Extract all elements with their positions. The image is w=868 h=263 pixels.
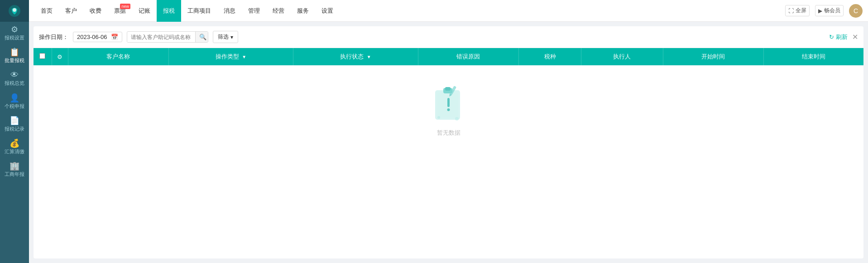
sidebar-label-huisuanjiaona: 汇算清缴 (5, 149, 24, 155)
topnav-item-baoshui[interactable]: 报税 (157, 0, 181, 22)
search-button[interactable]: 🔍 (195, 32, 208, 42)
nav-items: 首页客户收费票据new记账报税工商项目消息管理经营服务设置 (34, 0, 785, 22)
th-zhixingren-label: 执行人 (613, 53, 631, 60)
th-jieshushijian-label: 结束时间 (802, 53, 825, 60)
svg-point-11 (455, 117, 459, 121)
th-zhixingstatus[interactable]: 执行状态 ▼ (293, 48, 418, 65)
table-header-row: ⚙ 客户名称 操作类型 ▼ 执行状态 ▼ (34, 48, 863, 65)
svg-rect-5 (445, 87, 451, 91)
empty-icon (431, 83, 467, 124)
sidebar-icon-baoshuishezhi: ⚙ (11, 25, 18, 34)
topnav-item-fuwu[interactable]: 服务 (291, 0, 315, 22)
topnav-item-shoufei[interactable]: 收费 (83, 0, 108, 22)
refresh-label: 刷新 (836, 33, 848, 41)
sidebar-icon-piliangshuishui: 📋 (10, 48, 19, 56)
topnav-label-kehu: 客户 (65, 7, 77, 15)
sidebar-icon-gongshangnianba: 🏢 (10, 162, 19, 170)
sidebar-icon-huisuanjiaona: 💰 (10, 139, 19, 147)
date-value: 2023-06-06 (77, 34, 107, 40)
sidebar-item-baoshuijilu[interactable]: 📄 报税记录 (0, 113, 29, 136)
fullscreen-label: 全屏 (796, 7, 806, 15)
th-kaishishijian: 开始时间 (663, 48, 763, 65)
sidebar-item-geshuishenbao[interactable]: 👤 个税申报 (0, 90, 29, 113)
top-nav: 首页客户收费票据new记账报税工商项目消息管理经营服务设置 ⛶ 全屏 ▶ 畅会员… (29, 0, 868, 22)
th-checkbox[interactable] (34, 48, 52, 65)
topnav-label-jingying: 经营 (273, 7, 284, 15)
sidebar-icon-geshuishenbao: 👤 (10, 94, 19, 102)
empty-text: 暂无数据 (437, 129, 460, 137)
member-button[interactable]: ▶ 畅会员 (815, 5, 844, 16)
th-caozuoleixing[interactable]: 操作类型 ▼ (168, 48, 293, 65)
nav-right: ⛶ 全屏 ▶ 畅会员 C (785, 4, 863, 18)
topnav-item-gongshangxiangmu[interactable]: 工商项目 (181, 0, 217, 22)
sidebar-item-piliangshuishui[interactable]: 📋 批量报税 (0, 44, 29, 67)
th-kehumingcheng: 客户名称 (68, 48, 168, 65)
th-cuowuyuanyin-label: 错误原因 (456, 53, 480, 60)
avatar-text: C (854, 7, 858, 15)
fullscreen-icon: ⛶ (788, 8, 794, 14)
page-content: 操作日期： 2023-06-06 📅 🔍 筛选 ▾ ↻ (29, 22, 868, 263)
member-label: 畅会员 (824, 7, 840, 15)
topnav-label-shezhi: 设置 (321, 7, 333, 15)
gear-icon: ⚙ (57, 54, 62, 60)
sidebar-label-baoshuijilu: 报税记录 (5, 126, 24, 132)
th-zhixingstatus-label: 执行状态 (340, 53, 364, 60)
topnav-label-baoshui: 报税 (163, 7, 175, 15)
fullscreen-button[interactable]: ⛶ 全屏 (785, 5, 810, 16)
sidebar-item-baoshuizonglan[interactable]: 👁 报税总览 (0, 67, 29, 90)
topnav-label-guanli: 管理 (248, 7, 260, 15)
date-label: 操作日期： (39, 33, 68, 41)
toolbar-right: ↻ 刷新 ✕ (829, 33, 858, 41)
sidebar-label-baoshuizonglan: 报税总览 (5, 80, 24, 86)
search-input[interactable] (127, 32, 195, 42)
topnav-item-guanli[interactable]: 管理 (242, 0, 266, 22)
badge-piaojv: new (120, 4, 130, 10)
th-zhixingren: 执行人 (581, 48, 663, 65)
sort-zhixingstatus-icon: ▼ (367, 54, 371, 59)
date-picker[interactable]: 2023-06-06 📅 (73, 32, 122, 42)
avatar[interactable]: C (849, 4, 863, 18)
sidebar-label-baoshuishezhi: 报税设置 (5, 35, 24, 41)
th-kehumingcheng-label: 客户名称 (106, 53, 130, 60)
toolbar: 操作日期： 2023-06-06 📅 🔍 筛选 ▾ ↻ (34, 26, 863, 48)
th-caozuoleixing-label: 操作类型 (216, 53, 239, 60)
sidebar-item-baoshuishezhi[interactable]: ⚙ 报税设置 (0, 22, 29, 44)
topnav-item-shezhi[interactable]: 设置 (315, 0, 340, 22)
filter-button[interactable]: 筛选 ▾ (213, 31, 238, 43)
sidebar: ⚙ 报税设置 📋 批量报税 👁 报税总览 👤 个税申报 📄 报税记录 💰 汇算清… (0, 0, 29, 263)
svg-rect-6 (447, 98, 450, 107)
th-shuizhong-label: 税种 (544, 53, 556, 60)
close-button[interactable]: ✕ (852, 34, 858, 41)
select-all-checkbox[interactable] (39, 53, 45, 59)
topnav-label-home: 首页 (41, 7, 53, 15)
th-jieshushijian: 结束时间 (763, 48, 863, 65)
video-icon: ▶ (818, 8, 822, 14)
refresh-button[interactable]: ↻ 刷新 (829, 33, 848, 41)
sidebar-label-gongshangnianba: 工商年报 (5, 171, 24, 177)
th-gear[interactable]: ⚙ (52, 48, 68, 65)
chevron-down-icon: ▾ (230, 34, 233, 40)
topnav-item-jizhang[interactable]: 记账 (132, 0, 157, 22)
topnav-item-kehu[interactable]: 客户 (59, 0, 83, 22)
topnav-item-xiaoxi[interactable]: 消息 (217, 0, 242, 22)
topnav-label-xiaoxi: 消息 (224, 7, 235, 15)
sort-caozuoleixing-icon: ▼ (242, 54, 246, 59)
refresh-icon: ↻ (829, 34, 834, 40)
topnav-label-fuwu: 服务 (297, 7, 309, 15)
topnav-label-jizhang: 记账 (139, 7, 150, 15)
table-wrap: ⚙ 客户名称 操作类型 ▼ 执行状态 ▼ (34, 48, 863, 258)
main-area: 首页客户收费票据new记账报税工商项目消息管理经营服务设置 ⛶ 全屏 ▶ 畅会员… (29, 0, 868, 263)
topnav-item-home[interactable]: 首页 (34, 0, 59, 22)
sidebar-item-gongshangnianba[interactable]: 🏢 工商年报 (0, 158, 29, 181)
sidebar-item-huisuanjiaona[interactable]: 💰 汇算清缴 (0, 136, 29, 158)
sidebar-label-geshuishenbao: 个税申报 (5, 103, 24, 109)
filter-label: 筛选 (218, 33, 229, 41)
app-logo (0, 0, 29, 22)
empty-state: 暂无数据 (34, 65, 863, 155)
topnav-item-jingying[interactable]: 经营 (266, 0, 291, 22)
topnav-item-piaojv[interactable]: 票据new (108, 0, 132, 22)
table-panel: 操作日期： 2023-06-06 📅 🔍 筛选 ▾ ↻ (34, 26, 863, 258)
search-icon: 🔍 (199, 34, 206, 40)
sidebar-icon-baoshuizonglan: 👁 (10, 71, 19, 79)
th-shuizhong: 税种 (518, 48, 581, 65)
